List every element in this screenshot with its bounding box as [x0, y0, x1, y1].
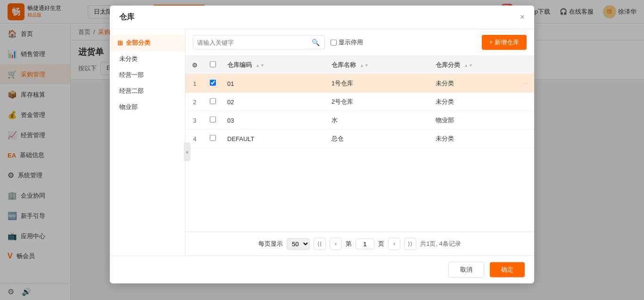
row-category-0: 未分类 ···	[430, 74, 534, 92]
grid-icon: ⊞	[117, 39, 123, 47]
page-label: 第	[346, 240, 352, 248]
row-category-2: 物业部	[430, 111, 534, 129]
row-checkbox-3[interactable]	[204, 129, 222, 148]
row-code-0: 01	[222, 74, 326, 92]
table-header-row: ⚙ 仓库编码 ▲▼ 仓库名称 ▲▼ 仓库分类 ▲▼	[185, 56, 534, 75]
category-item-unclassified[interactable]: 未分类	[110, 51, 185, 67]
row-num-0: 1	[185, 74, 204, 92]
category-panel: ⊞ 全部分类 未分类 经营一部 经营二部 物业部 «	[110, 29, 185, 256]
cancel-button[interactable]: 取消	[448, 262, 484, 278]
row-name-0: 1号仓库	[326, 74, 430, 92]
row-checkbox-1[interactable]	[204, 92, 222, 111]
show-disabled-checkbox[interactable]	[330, 39, 337, 45]
add-warehouse-button[interactable]: + 新增仓库	[482, 35, 527, 50]
modal-toolbar: 🔍 显示停用 + 新增仓库	[185, 29, 534, 56]
sort-icon-code: ▲▼	[256, 63, 265, 68]
col-checkbox	[204, 56, 222, 75]
warehouse-modal: 仓库 × ⊞ 全部分类 未分类 经营一部 经营二部 物业部 « 🔍	[110, 6, 534, 283]
table-row[interactable]: 1 01 1号仓库 未分类 ···	[185, 74, 534, 92]
modal-header: 仓库 ×	[110, 6, 534, 29]
row-checkbox-2[interactable]	[204, 111, 222, 129]
row-code-2: 03	[222, 111, 326, 129]
sort-icon-category: ▲▼	[464, 63, 473, 68]
pagination-bar: 每页显示 50 ⟨⟨ ‹ 第 页 › ⟩⟩ 共1页, 4条记录	[185, 232, 534, 256]
row-name-1: 2号仓库	[326, 92, 430, 111]
per-page-select[interactable]: 50	[287, 238, 310, 250]
search-box: 🔍	[193, 35, 325, 50]
category-item-dept2[interactable]: 经营二部	[110, 83, 185, 99]
row-name-3: 总仓	[326, 129, 430, 148]
show-disabled-text: 显示停用	[339, 38, 363, 47]
page-number-input[interactable]	[355, 238, 374, 249]
search-input[interactable]	[193, 36, 307, 49]
select-all-checkbox[interactable]	[210, 61, 216, 67]
warehouse-content-panel: 🔍 显示停用 + 新增仓库 ⚙ 仓库编码 ▲▼ 仓库名称 ▲▼	[185, 29, 534, 256]
next-page-btn[interactable]: ›	[388, 238, 400, 250]
page-total: 共1页, 4条记录	[420, 240, 461, 248]
warehouse-table: ⚙ 仓库编码 ▲▼ 仓库名称 ▲▼ 仓库分类 ▲▼ 1 01 1号仓库 未分类 …	[185, 56, 534, 148]
row-code-3: DEFAULT	[222, 129, 326, 148]
warehouse-table-body: 1 01 1号仓库 未分类 ··· 2 02 2号仓库 未分类 3 03 水 物…	[185, 74, 534, 148]
col-code: 仓库编码 ▲▼	[222, 56, 326, 75]
per-page-label: 每页显示	[258, 240, 283, 248]
table-row[interactable]: 4 DEFAULT 总仓 未分类	[185, 129, 534, 148]
modal-close-button[interactable]: ×	[520, 12, 525, 22]
warehouse-table-container: ⚙ 仓库编码 ▲▼ 仓库名称 ▲▼ 仓库分类 ▲▼ 1 01 1号仓库 未分类 …	[185, 56, 534, 232]
gear-column-icon[interactable]: ⚙	[192, 61, 198, 68]
category-item-dept1[interactable]: 经营一部	[110, 67, 185, 83]
row-code-1: 02	[222, 92, 326, 111]
confirm-button[interactable]: 确定	[490, 262, 525, 277]
search-button[interactable]: 🔍	[307, 36, 324, 49]
last-page-btn[interactable]: ⟩⟩	[404, 238, 416, 250]
row-checkbox-0[interactable]	[204, 74, 222, 92]
page-unit: 页	[378, 240, 384, 248]
col-category: 仓库分类 ▲▼	[430, 56, 534, 75]
modal-footer: 取消 确定	[110, 256, 534, 283]
row-num-2: 3	[185, 111, 204, 129]
collapse-panel-btn[interactable]: «	[184, 142, 190, 161]
sort-icon-name: ▲▼	[360, 63, 369, 68]
modal-body: ⊞ 全部分类 未分类 经营一部 经营二部 物业部 « 🔍 显示停用 + 新增	[110, 29, 534, 256]
row-num-1: 2	[185, 92, 204, 111]
row-name-2: 水	[326, 111, 430, 129]
show-disabled-label[interactable]: 显示停用	[330, 38, 363, 47]
table-row[interactable]: 3 03 水 物业部	[185, 111, 534, 129]
first-page-btn[interactable]: ⟨⟨	[314, 238, 326, 250]
col-name: 仓库名称 ▲▼	[326, 56, 430, 75]
col-gear: ⚙	[185, 56, 204, 75]
category-all[interactable]: ⊞ 全部分类	[110, 35, 185, 51]
category-all-label: 全部分类	[126, 39, 150, 47]
prev-page-btn[interactable]: ‹	[330, 238, 342, 250]
row-category-1: 未分类	[430, 92, 534, 111]
category-item-property[interactable]: 物业部	[110, 99, 185, 115]
row-action-dots[interactable]: ···	[523, 79, 528, 86]
row-category-3: 未分类	[430, 129, 534, 148]
modal-title: 仓库	[119, 12, 134, 22]
table-row[interactable]: 2 02 2号仓库 未分类	[185, 92, 534, 111]
